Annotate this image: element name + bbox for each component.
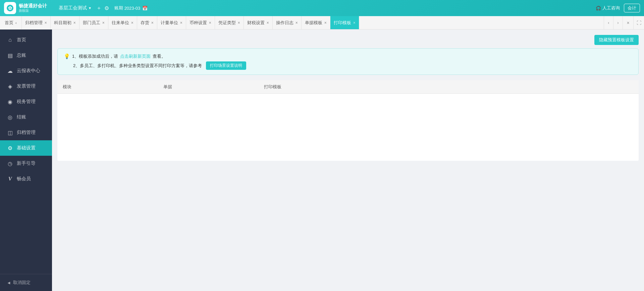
settings-icon[interactable]: ⚙ xyxy=(104,5,109,11)
info-line-1: 💡 1、模板添加成功后，请 点击刷新新页面 查看。 xyxy=(64,53,632,59)
tab-tax-settings-close[interactable]: × xyxy=(267,20,269,25)
tab-expand[interactable]: ⛶ xyxy=(633,16,644,30)
tab-tax-settings-label: 财税设置 xyxy=(247,20,265,26)
tab-inventory[interactable]: 存货 × xyxy=(137,16,157,30)
tab-home[interactable]: 首页 ‹ xyxy=(0,16,22,30)
top-right: 🎧 人工咨询 会计 xyxy=(596,4,640,12)
tab-close-all[interactable]: × xyxy=(623,16,633,30)
tab-bar-end: ‹ › × ⛶ xyxy=(604,16,644,30)
tab-currency-close[interactable]: × xyxy=(209,20,211,25)
tab-archive[interactable]: 归档管理 × xyxy=(22,16,51,30)
hide-template-btn-row: 隐藏预置模板设置 xyxy=(57,35,639,45)
tab-home-label: 首页 xyxy=(5,20,13,26)
sidebar-item-guide[interactable]: ◷ 新手引导 xyxy=(0,156,52,171)
logo-text-block: 畅捷通好会计 旗舰版 xyxy=(19,3,47,13)
calendar-icon[interactable]: 📅 xyxy=(142,6,148,11)
col-module-label: 模块 xyxy=(63,84,71,89)
sidebar-item-home-label: 首页 xyxy=(17,37,26,43)
tab-dept[interactable]: 部门员工 × xyxy=(79,16,108,30)
logo-icon: ✿ xyxy=(4,2,16,14)
hide-preset-template-button[interactable]: 隐藏预置模板设置 xyxy=(594,35,639,45)
table-col-template: 打印模板 xyxy=(259,84,639,90)
tab-bar: 首页 ‹ 归档管理 × 科目期初 × 部门员工 × 往来单位 × 存货 × 计量… xyxy=(0,16,644,30)
tab-voucher-type-close[interactable]: × xyxy=(238,20,240,25)
tab-partner-close[interactable]: × xyxy=(131,20,133,25)
home-icon: ⌂ xyxy=(7,37,13,43)
sidebar-item-settlement[interactable]: ◎ 结账 xyxy=(0,109,52,125)
headset-icon: 🎧 xyxy=(596,6,601,11)
table-col-module: 模块 xyxy=(57,84,158,90)
tab-partner[interactable]: 往来单位 × xyxy=(108,16,137,30)
company-name: 基层工会测试 xyxy=(59,5,87,11)
info-line1-prefix: 1、模板添加成功后，请 xyxy=(72,53,118,59)
period-info: 账期 2023-03 📅 xyxy=(114,5,148,11)
tab-print-template[interactable]: 打印模板 × xyxy=(330,16,359,30)
sidebar-item-reports[interactable]: ☁ 云报表中心 xyxy=(0,63,52,79)
service-button[interactable]: 🎧 人工咨询 xyxy=(596,5,620,11)
tab-scroll-left[interactable]: ‹ xyxy=(604,16,613,30)
info-line1-suffix: 查看。 xyxy=(153,53,166,59)
tab-unit-label: 计量单位 xyxy=(161,20,178,26)
tax-icon: ◉ xyxy=(7,99,13,105)
sidebar-item-guide-label: 新手引导 xyxy=(17,160,36,166)
member-icon: V xyxy=(7,176,13,182)
tab-single-template[interactable]: 单据模板 × xyxy=(302,16,330,30)
sidebar-item-tax-label: 税务管理 xyxy=(17,99,36,105)
tab-operation-log-label: 操作日志 xyxy=(276,20,293,26)
col-doc-label: 单据 xyxy=(163,84,172,89)
tab-archive-close[interactable]: × xyxy=(45,20,47,25)
logo-area: ✿ 畅捷通好会计 旗舰版 xyxy=(4,2,56,14)
archive-icon: ◫ xyxy=(7,130,13,136)
settlement-icon: ◎ xyxy=(7,114,13,120)
tab-archive-label: 归档管理 xyxy=(25,20,43,26)
sidebar-item-basic[interactable]: ⚙ 基础设置 xyxy=(0,140,52,156)
app-version: 旗舰版 xyxy=(19,8,47,13)
tab-voucher-type[interactable]: 凭证类型 × xyxy=(215,16,244,30)
tab-tax-settings[interactable]: 财税设置 × xyxy=(244,16,273,30)
account-label: 会计 xyxy=(628,5,636,10)
sidebar-item-invoice-label: 发票管理 xyxy=(17,83,36,89)
account-button[interactable]: 会计 xyxy=(624,4,640,12)
invoice-icon: ◈ xyxy=(7,83,13,90)
app-name: 畅捷通好会计 xyxy=(19,3,47,9)
tab-currency-label: 币种设置 xyxy=(190,20,207,26)
sidebar-item-ledger[interactable]: ▤ 总账 xyxy=(0,48,52,63)
tab-unit-close[interactable]: × xyxy=(180,20,182,25)
sidebar-item-ledger-label: 总账 xyxy=(17,52,26,58)
tab-inventory-close[interactable]: × xyxy=(151,20,154,25)
tab-currency[interactable]: 币种设置 × xyxy=(186,16,215,30)
info-refresh-link[interactable]: 点击刷新新页面 xyxy=(120,53,151,59)
company-dropdown-icon[interactable]: ▾ xyxy=(89,6,91,10)
tab-home-nav-icon[interactable]: ‹ xyxy=(15,21,17,25)
company-selector[interactable]: 基层工会测试 ▾ xyxy=(59,5,91,11)
sidebar-item-basic-label: 基础设置 xyxy=(17,145,36,151)
sidebar-item-archive[interactable]: ◫ 归档管理 xyxy=(0,125,52,140)
tab-dept-close[interactable]: × xyxy=(102,20,105,25)
info-line-2: 2、多员工、多打印机、多种业务类型设置不同打印方案等，请参考 打印场景设置说明 xyxy=(64,61,632,70)
add-tab-icon[interactable]: ＋ xyxy=(96,5,102,12)
sidebar-item-member[interactable]: V 畅会员 xyxy=(0,171,52,187)
tab-single-template-close[interactable]: × xyxy=(324,20,327,25)
table-body-empty xyxy=(57,94,639,161)
tab-subjects[interactable]: 科目期初 × xyxy=(51,16,79,30)
tab-operation-log-close[interactable]: × xyxy=(296,20,298,25)
sidebar-item-tax[interactable]: ◉ 税务管理 xyxy=(0,94,52,109)
sidebar-unpin[interactable]: ◄ 取消固定 xyxy=(0,274,52,291)
sidebar-nav: ⌂ 首页 ▤ 总账 ☁ 云报表中心 ◈ 发票管理 ◉ 税务管理 ◎ 结账 xyxy=(0,30,52,274)
top-bar: ✿ 畅捷通好会计 旗舰版 基层工会测试 ▾ ＋ ⚙ 账期 2023-03 📅 🎧… xyxy=(0,0,644,16)
svg-text:✿: ✿ xyxy=(8,5,12,11)
tab-single-template-label: 单据模板 xyxy=(305,20,322,26)
sidebar-item-settlement-label: 结账 xyxy=(17,114,26,120)
period-label: 账期 xyxy=(114,5,123,11)
sidebar-item-invoice[interactable]: ◈ 发票管理 xyxy=(0,79,52,94)
tab-scroll-right[interactable]: › xyxy=(613,16,623,30)
main-layout: ⌂ 首页 ▤ 总账 ☁ 云报表中心 ◈ 发票管理 ◉ 税务管理 ◎ 结账 xyxy=(0,30,644,291)
tab-subjects-close[interactable]: × xyxy=(73,20,76,25)
service-label: 人工咨询 xyxy=(602,5,620,11)
print-scene-settings-button[interactable]: 打印场景设置说明 xyxy=(206,61,246,70)
sidebar-item-home[interactable]: ⌂ 首页 xyxy=(0,32,52,48)
tab-print-template-close[interactable]: × xyxy=(353,20,356,25)
period-value: 2023-03 xyxy=(124,6,141,11)
tab-operation-log[interactable]: 操作日志 × xyxy=(273,16,302,30)
tab-unit[interactable]: 计量单位 × xyxy=(157,16,186,30)
